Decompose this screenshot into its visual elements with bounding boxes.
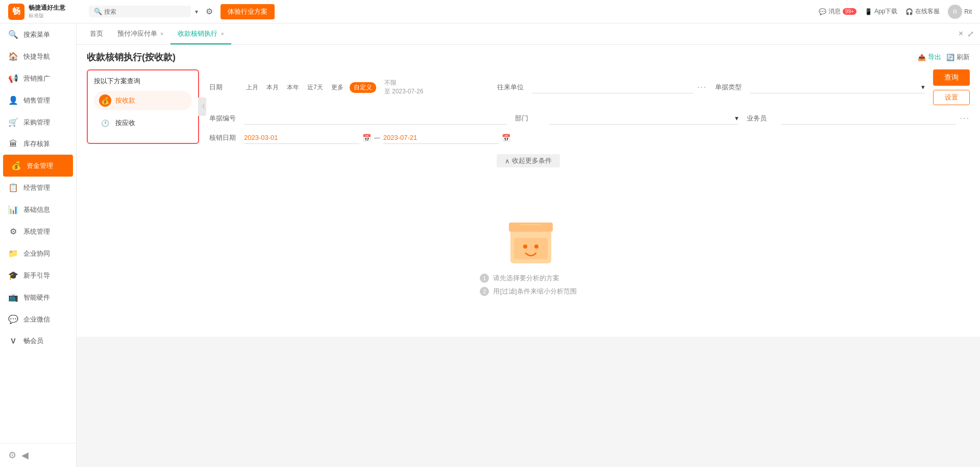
sidebar: 🔍 搜索菜单 🏠 快捷导航 📢 营销推广 👤 销售管理 🛒 采购管理 🏛 库存核… (0, 23, 77, 467)
user-area[interactable]: R Rit (948, 5, 972, 19)
filter-option-by-receivable[interactable]: 🕐 按应收 (94, 113, 192, 133)
window-expand-btn[interactable]: ⤢ (967, 29, 974, 39)
setting-btn[interactable]: 设置 (933, 90, 970, 105)
sidebar-item-sales[interactable]: 👤 销售管理 (0, 89, 76, 111)
search-bar[interactable]: 🔍 (89, 6, 191, 17)
tab-close-prepay[interactable]: × (160, 31, 163, 37)
logo-area: 畅 畅捷通好生意 标准版 (8, 4, 85, 20)
date-shortcut-last-month[interactable]: 上月 (244, 82, 260, 93)
member-icon: V (8, 337, 18, 345)
sidebar-label: 新手引导 (23, 271, 50, 280)
logo-name: 畅捷通好生意 (29, 4, 65, 12)
system-icon: ⚙ (8, 227, 18, 236)
export-btn[interactable]: 📤 导出 (918, 53, 941, 62)
sidebar-item-member[interactable]: V 畅会员 (0, 330, 76, 352)
filter-action-btns: 查询 设置 (933, 69, 970, 105)
date-separator: — (374, 134, 380, 141)
svg-point-4 (534, 244, 538, 249)
message-icon: 💬 (819, 8, 826, 15)
tip-num-2: 2 (480, 287, 489, 296)
svg-point-3 (523, 244, 527, 249)
tab-bar-actions: × ⤢ (959, 29, 974, 39)
empty-icon (498, 212, 559, 263)
collapse-more-row: ∧ 收起更多条件 (77, 150, 980, 171)
headset-icon: 🎧 (905, 8, 913, 15)
collapse-sidebar-btn[interactable]: ◀ (21, 450, 29, 461)
sidebar-item-guide[interactable]: 🎓 新手引导 (0, 264, 76, 286)
wechat-icon: 💬 (8, 314, 18, 324)
search-panel: 按以下方案查询 💰 按收款 🕐 按应收 《 (77, 63, 980, 150)
dept-select[interactable]: ▾ (550, 112, 738, 125)
date-shortcut-this-year[interactable]: 本年 (285, 82, 301, 93)
sidebar-label: 智能硬件 (23, 293, 50, 302)
sidebar-item-smart-hw[interactable]: 📺 智能硬件 (0, 286, 76, 308)
tab-receipt-verify[interactable]: 收款核销执行 × (170, 23, 231, 44)
date-shortcut-custom[interactable]: 自定义 (350, 82, 376, 93)
inventory-icon: 🏛 (8, 139, 18, 149)
sidebar-label: 企业协同 (23, 249, 50, 258)
main-content: 首页 预付冲应付单 × 收款核销执行 × × ⤢ 收款核销执行(按收款) (77, 23, 980, 467)
sidebar-label: 销售管理 (23, 96, 50, 105)
staff-input[interactable] (781, 112, 956, 125)
dept-field: 部门 ▾ (515, 112, 738, 125)
sidebar-item-wechat[interactable]: 💬 企业微信 (0, 308, 76, 330)
counterparty-dots-icon[interactable]: ··· (697, 83, 707, 92)
dept-chevron: ▾ (735, 114, 739, 122)
tab-prepay[interactable]: 预付冲应付单 × (110, 23, 170, 44)
cal-icon-end[interactable]: 📅 (502, 134, 510, 142)
sidebar-label: 采购管理 (23, 118, 50, 127)
cal-icon-start[interactable]: 📅 (362, 134, 371, 142)
verify-date-start[interactable] (244, 132, 359, 144)
management-icon: 📋 (8, 183, 18, 192)
sidebar-item-search-menu[interactable]: 🔍 搜索菜单 (0, 23, 76, 45)
sidebar-item-management[interactable]: 📋 经营管理 (0, 177, 76, 199)
date-shortcut-this-month[interactable]: 本月 (264, 82, 281, 93)
dropdown-chevron: ▾ (195, 8, 198, 15)
sidebar-label: 经营管理 (23, 183, 50, 192)
empty-tip-1: 1 请先选择要分析的方案 (480, 274, 576, 283)
industry-btn[interactable]: 体验行业方案 (220, 4, 275, 19)
sidebar-item-basic-info[interactable]: 📊 基础信息 (0, 199, 76, 220)
sidebar-item-capital[interactable]: 💰 资金管理 (3, 155, 73, 177)
date-shortcut-7days[interactable]: 近7天 (305, 82, 325, 93)
tab-close-receipt[interactable]: × (220, 31, 224, 37)
sidebar-item-quick-nav[interactable]: 🏠 快捷导航 (0, 45, 76, 67)
gear-button[interactable]: ⚙ (202, 5, 216, 19)
tab-home[interactable]: 首页 (83, 23, 110, 44)
sidebar-item-system[interactable]: ⚙ 系统管理 (0, 220, 76, 242)
settings-icon[interactable]: ⚙ (8, 450, 16, 461)
date-shortcut-more[interactable]: 更多 (329, 82, 346, 93)
bill-type-select[interactable]: ▾ (750, 81, 925, 93)
query-btn[interactable]: 查询 (933, 69, 970, 86)
sidebar-item-inventory[interactable]: 🏛 库存核算 (0, 133, 76, 155)
staff-dots-icon[interactable]: ··· (960, 114, 970, 123)
bill-no-label: 单据编号 (209, 114, 240, 123)
bill-no-input[interactable] (244, 112, 507, 125)
filter-row-1: 日期 上月 本月 本年 近7天 更多 自定义 不限 至 (209, 69, 970, 105)
sidebar-item-enterprise[interactable]: 📁 企业协同 (0, 242, 76, 264)
verify-date-range: 📅 — 📅 (244, 132, 510, 144)
enterprise-icon: 📁 (8, 249, 18, 258)
staff-label: 业务员 (747, 114, 777, 123)
smart-hw-icon: 📺 (8, 292, 18, 302)
app-download-btn[interactable]: 📱 App下载 (865, 7, 897, 16)
search-input[interactable] (104, 8, 176, 15)
date-no-limit: 不限 (384, 79, 424, 87)
verify-date-end[interactable] (383, 132, 499, 144)
guide-icon: 🎓 (8, 271, 18, 280)
filter-option-by-receipt[interactable]: 💰 按收款 (94, 91, 192, 110)
collapse-more-btn[interactable]: ∧ 收起更多条件 (497, 154, 560, 167)
top-dropdown[interactable]: ▾ (195, 8, 198, 15)
messages-btn[interactable]: 💬 消息 99+ (819, 7, 856, 16)
filter-collapse-btn[interactable]: 《 (198, 97, 206, 116)
window-close-btn[interactable]: × (959, 29, 963, 39)
sidebar-label: 企业微信 (23, 315, 50, 324)
sidebar-item-marketing[interactable]: 📢 营销推广 (0, 67, 76, 89)
export-icon: 📤 (918, 54, 926, 61)
counterparty-label: 往来单位 (497, 83, 528, 92)
date-to: 至 2023-07-26 (384, 87, 424, 96)
sidebar-item-purchase[interactable]: 🛒 采购管理 (0, 111, 76, 133)
online-service-btn[interactable]: 🎧 在线客服 (905, 7, 940, 16)
counterparty-input[interactable] (532, 81, 693, 93)
refresh-btn[interactable]: 🔄 刷新 (946, 53, 970, 62)
